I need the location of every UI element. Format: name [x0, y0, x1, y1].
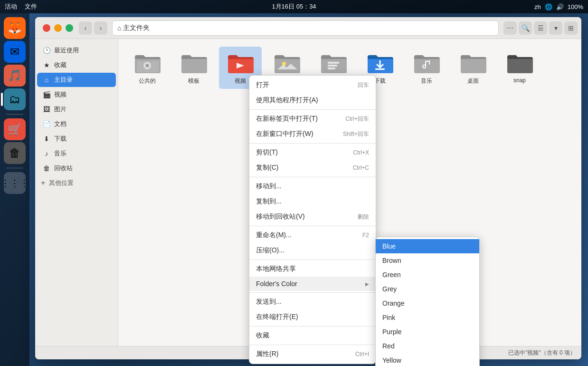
view-list-button[interactable]: ☰ — [534, 21, 547, 35]
sidebar-item-trash[interactable]: 🗑 回收站 — [37, 161, 116, 175]
topbar-right: zh 🌐 🔊 100% — [534, 3, 583, 10]
ctx-open-label: 打开 — [256, 81, 269, 89]
ctx-open[interactable]: 打开 回车 — [249, 77, 376, 93]
ctx-rename[interactable]: 重命名(M)... F2 — [249, 228, 376, 243]
ctx-open-tab[interactable]: 在新标签页中打开(T) Ctrl+回车 — [249, 111, 376, 126]
ctx-folder-color-arrow: ▶ — [365, 281, 369, 287]
titlebar: ‹ › ⌂ 主文件夹 ⋯ 🔍 ☰ ▾ ⊞ — [35, 17, 581, 39]
files-label[interactable]: 文件 — [25, 2, 37, 11]
pictures-icon: 🖼 — [43, 106, 50, 113]
folder-icon-videos — [226, 50, 255, 75]
window-close-button[interactable] — [43, 24, 50, 32]
color-option-grey[interactable]: Grey — [376, 282, 479, 296]
color-option-purple[interactable]: Purple — [376, 325, 479, 339]
folder-label-videos: 视频 — [235, 77, 246, 85]
activities-label[interactable]: 活动 — [5, 2, 17, 11]
downloads-icon: ⬇ — [43, 135, 50, 143]
folder-icon-documents — [319, 50, 348, 75]
window-minimize-button[interactable] — [54, 24, 62, 32]
music-label: 音乐 — [54, 149, 66, 158]
battery-label: 100% — [568, 3, 583, 10]
nav-back-button[interactable]: ‹ — [79, 21, 92, 35]
ctx-sep-5 — [249, 260, 376, 260]
color-purple-label: Purple — [382, 328, 473, 336]
folder-icon-music — [412, 50, 441, 75]
ctx-share[interactable]: 本地网络共享 — [249, 261, 376, 277]
sidebar-item-home[interactable]: ⌂ 主目录 — [37, 73, 116, 87]
search-button[interactable]: 🔍 — [519, 21, 532, 35]
ctx-move-to-label: 移动到... — [256, 182, 282, 191]
ctx-open-terminal[interactable]: 在终端打开(E) — [249, 309, 376, 325]
svg-rect-5 — [375, 68, 385, 70]
folder-item-desktop[interactable]: 桌面 — [452, 47, 494, 89]
ctx-trash[interactable]: 移动到回收站(V) 删除 — [249, 209, 376, 224]
docs-label: 文档 — [54, 120, 66, 128]
ctx-rename-label: 重命名(M)... — [256, 231, 292, 240]
ctx-cut[interactable]: 剪切(T) Ctrl+X — [249, 145, 376, 160]
nav-forward-button[interactable]: › — [94, 21, 107, 35]
options-button[interactable]: ⋯ — [503, 21, 517, 35]
color-option-green[interactable]: Green — [376, 268, 479, 282]
folder-item-snap[interactable]: snap — [498, 47, 541, 89]
recent-label: 最近使用 — [54, 46, 79, 55]
ctx-send-to-label: 发送到... — [256, 298, 282, 306]
home-icon-breadcrumb: ⌂ — [117, 24, 121, 32]
trash-label: 回收站 — [54, 164, 73, 173]
color-option-brown[interactable]: Brown — [376, 253, 479, 268]
view-toggle-button[interactable]: ▾ — [549, 21, 562, 35]
color-option-blue[interactable]: Blue — [376, 239, 479, 253]
folder-item-public[interactable]: 公共的 — [126, 47, 169, 89]
color-option-yellow[interactable]: Yellow — [376, 353, 479, 366]
ctx-folder-color-label: Folder's Color — [256, 280, 297, 288]
ctx-compress[interactable]: 压缩(O)... — [249, 243, 376, 258]
ctx-open-terminal-label: 在终端打开(E) — [256, 313, 298, 321]
sidebar-item-docs[interactable]: 📄 文档 — [37, 117, 116, 131]
folder-icon-desktop — [459, 50, 487, 75]
ctx-move-to[interactable]: 移动到... — [249, 179, 376, 194]
folder-item-music[interactable]: 音乐 — [405, 47, 448, 89]
sidebar-item-bookmarks[interactable]: ★ 收藏 — [37, 58, 116, 72]
color-option-orange[interactable]: Orange — [376, 296, 479, 310]
add-label: 其他位置 — [49, 179, 74, 187]
dock-app-thunderbird[interactable]: ✉ — [4, 41, 26, 63]
svg-rect-4 — [328, 67, 335, 69]
color-pink-label: Pink — [382, 314, 473, 321]
color-red-label: Red — [382, 342, 473, 350]
color-option-red[interactable]: Red — [376, 339, 479, 353]
window-maximize-button[interactable] — [66, 24, 73, 32]
folder-item-templates[interactable]: 模板 — [172, 47, 215, 89]
dock-app-files[interactable]: 🗂 — [4, 88, 26, 110]
ctx-properties[interactable]: 属性(R) Ctrl+I — [249, 347, 376, 362]
lang-label: zh — [534, 3, 541, 10]
ctx-compress-label: 压缩(O)... — [256, 246, 285, 255]
ctx-send-to[interactable]: 发送到... — [249, 294, 376, 309]
dock: 🦊 ✉ 🎵 🗂 🛒 🗑 ⋮⋮⋮ — [0, 13, 29, 366]
dock-app-trash[interactable]: 🗑 — [4, 142, 26, 164]
sidebar-item-downloads[interactable]: ⬇ 下载 — [37, 132, 116, 146]
ctx-folder-color[interactable]: Folder's Color ▶ — [249, 277, 376, 291]
sidebar-item-video[interactable]: 🎬 视频 — [37, 87, 116, 102]
dock-app-grid[interactable]: ⋮⋮⋮ — [4, 172, 26, 194]
breadcrumb-bar[interactable]: ⌂ 主文件夹 — [112, 20, 499, 36]
ctx-sep-7 — [249, 326, 376, 327]
sidebar-item-recent[interactable]: 🕐 最近使用 — [37, 43, 116, 58]
ctx-sep-4 — [249, 226, 376, 226]
view-grid-button[interactable]: ⊞ — [564, 21, 578, 35]
ctx-copy-to[interactable]: 复制到... — [249, 194, 376, 209]
topbar-left: 活动 文件 — [5, 2, 37, 11]
ctx-share-label: 本地网络共享 — [256, 265, 296, 273]
sidebar-item-other-locations[interactable]: + 其他位置 — [35, 176, 118, 190]
sidebar-item-pictures[interactable]: 🖼 图片 — [37, 102, 116, 116]
ctx-copy[interactable]: 复制(C) Ctrl+C — [249, 160, 376, 175]
ctx-open-window[interactable]: 在新窗口中打开(W) Shift+回车 — [249, 126, 376, 142]
dock-app-rhythmbox[interactable]: 🎵 — [4, 65, 26, 87]
ctx-bookmark[interactable]: 收藏 — [249, 328, 376, 343]
dock-app-appstore[interactable]: 🛒 — [4, 118, 26, 140]
ctx-cut-label: 剪切(T) — [256, 148, 278, 157]
volume-icon[interactable]: 🔊 — [556, 3, 564, 10]
color-option-pink[interactable]: Pink — [376, 310, 479, 325]
sidebar-item-music[interactable]: ♪ 音乐 — [37, 146, 116, 161]
folder-label-public: 公共的 — [139, 77, 156, 85]
ctx-open-with[interactable]: 使用其他程序打开(A) — [249, 93, 376, 108]
dock-app-firefox[interactable]: 🦊 — [4, 17, 26, 39]
